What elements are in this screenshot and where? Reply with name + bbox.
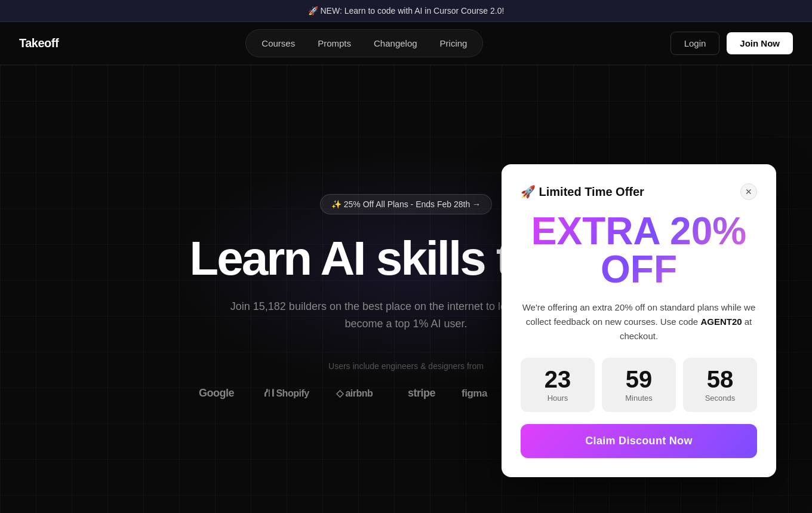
countdown-seconds: 58 Seconds bbox=[683, 358, 757, 412]
navbar: Takeoff Courses Prompts Changelog Pricin… bbox=[0, 22, 812, 65]
countdown-minutes: 59 Minutes bbox=[602, 358, 676, 412]
svg-text:figma: figma bbox=[462, 388, 488, 399]
banner-text: 🚀 NEW: Learn to code with AI in Cursor C… bbox=[308, 6, 505, 16]
company-shopify: ⛙ Shopify bbox=[264, 385, 312, 402]
company-figma: figma bbox=[462, 385, 494, 402]
popup-title: 🚀 Limited Time Offer bbox=[521, 185, 644, 199]
top-banner[interactable]: 🚀 NEW: Learn to code with AI in Cursor C… bbox=[0, 0, 812, 22]
popup-emoji: 🚀 bbox=[521, 185, 539, 198]
svg-text:stripe: stripe bbox=[408, 387, 436, 399]
popup-title-text: Limited Time Offer bbox=[539, 185, 644, 198]
nav-links: Courses Prompts Changelog Pricing bbox=[245, 29, 483, 57]
nav-item-prompts[interactable]: Prompts bbox=[307, 33, 362, 53]
seconds-value: 58 bbox=[690, 367, 750, 391]
minutes-label: Minutes bbox=[609, 394, 669, 403]
nav-actions: Login Join Now bbox=[670, 32, 793, 55]
popup-discount-text: EXTRA 20% OFF bbox=[521, 212, 757, 288]
nav-item-pricing[interactable]: Pricing bbox=[429, 33, 478, 53]
nav-logo[interactable]: Takeoff bbox=[19, 36, 59, 50]
svg-text:Google: Google bbox=[199, 387, 234, 399]
hours-value: 23 bbox=[528, 367, 588, 391]
join-now-button[interactable]: Join Now bbox=[727, 32, 793, 54]
svg-text:◇ airbnb: ◇ airbnb bbox=[336, 388, 373, 398]
svg-text:⛙ Shopify: ⛙ Shopify bbox=[264, 388, 309, 398]
countdown-row: 23 Hours 59 Minutes 58 Seconds bbox=[521, 358, 757, 412]
popup-close-button[interactable]: ✕ bbox=[740, 183, 757, 200]
countdown-hours: 23 Hours bbox=[521, 358, 595, 412]
company-google: Google bbox=[199, 385, 241, 402]
nav-item-courses[interactable]: Courses bbox=[251, 33, 306, 53]
hours-label: Hours bbox=[528, 394, 588, 403]
popup-header: 🚀 Limited Time Offer ✕ bbox=[521, 183, 757, 200]
nav-item-changelog[interactable]: Changelog bbox=[363, 33, 428, 53]
popup-promo-code: AGENT20 bbox=[700, 317, 742, 327]
popup-description: We're offering an extra 20% off on stand… bbox=[521, 300, 757, 343]
claim-discount-button[interactable]: Claim Discount Now bbox=[521, 424, 757, 458]
seconds-label: Seconds bbox=[690, 394, 750, 403]
popup-modal: 🚀 Limited Time Offer ✕ EXTRA 20% OFF We'… bbox=[502, 164, 776, 477]
login-button[interactable]: Login bbox=[670, 32, 720, 55]
companies-label: Users include engineers & designers from bbox=[328, 361, 484, 371]
company-stripe: stripe bbox=[408, 385, 438, 402]
discount-badge[interactable]: ✨ 25% Off All Plans - Ends Feb 28th → bbox=[320, 194, 492, 214]
company-airbnb: ◇ airbnb bbox=[336, 385, 384, 402]
minutes-value: 59 bbox=[609, 367, 669, 391]
